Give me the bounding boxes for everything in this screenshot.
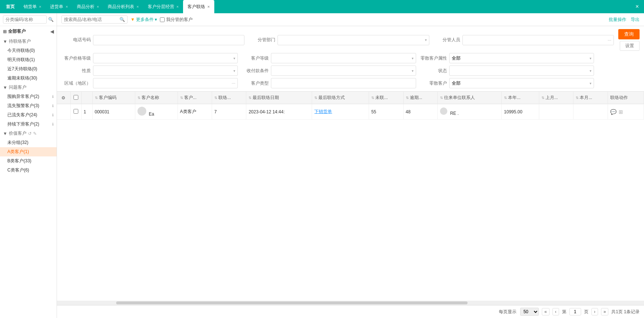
cell-this-year: 10995.00 (502, 104, 539, 120)
col-this-month[interactable]: 本月... (573, 92, 608, 104)
edit-icon[interactable]: ✎ (33, 131, 37, 136)
prev-page-button[interactable]: ‹ (552, 308, 559, 315)
nav-tab-sales[interactable]: 销货单 × (19, 0, 46, 13)
more-filter-button[interactable]: ▼ 更多条件 ▾ (130, 17, 157, 23)
refresh-icon[interactable]: ↺ (28, 131, 32, 136)
sidebar-item-class-a[interactable]: A类客户(1) (0, 147, 57, 156)
my-customers-checkbox[interactable] (160, 17, 165, 22)
filter-price-level-select[interactable]: ▾ (93, 53, 238, 63)
close-icon[interactable]: × (176, 4, 179, 9)
search-icon[interactable]: 🔍 (119, 17, 125, 22)
filter-status: 状态 ▾ (418, 66, 594, 76)
col-last-method[interactable]: 最后联络方式 (312, 92, 369, 104)
export-button[interactable]: 导出 (631, 17, 640, 23)
filter-customer-type-input[interactable] (271, 78, 416, 88)
sidebar-item-churned[interactable]: 已流失客户(24) ℹ (0, 110, 57, 120)
search-icon[interactable]: 🔍 (48, 17, 54, 22)
sidebar-item-ungrouped[interactable]: 未分组(32) (0, 138, 57, 147)
col-last-date[interactable]: 最后联络日期 (246, 92, 312, 104)
comment-icon[interactable]: 💬 (610, 109, 616, 115)
sidebar-item-class-b[interactable]: B类客户(33) (0, 156, 57, 166)
page-label: 第 (562, 309, 566, 315)
cell-overdue: 48 (403, 104, 437, 120)
row-checkbox[interactable] (74, 109, 78, 114)
sidebar-all-customers-header[interactable]: ⊞ 全部客户 ◀ (0, 26, 57, 37)
filter-retail-attr-select[interactable]: 全部 ▾ (449, 53, 594, 63)
batch-op-button[interactable]: 批量操作 (609, 17, 626, 23)
grid-icon: ⊞ (3, 29, 7, 34)
horizontal-scrollbar[interactable] (57, 301, 644, 305)
col-seq (81, 92, 92, 104)
close-icon[interactable]: × (65, 4, 68, 9)
filter-region-input[interactable]: ··· (93, 78, 238, 88)
sidebar-item-churn-warning[interactable]: 流失预警客户(3) ℹ (0, 101, 57, 110)
filter-customer-type-label: 客户类型 (239, 80, 269, 86)
filter-phone-input[interactable] (93, 35, 244, 45)
sidebar-section-value[interactable]: ▼ 价值客户 ↺ ✎ (0, 129, 57, 138)
nav-tab-customer-contact[interactable]: 客户联络 × (183, 0, 214, 13)
filter-customer-level-select[interactable]: ▾ (271, 53, 416, 63)
sidebar-item-class-c[interactable]: C类客户(6) (0, 166, 57, 175)
cell-last-method[interactable]: 下销货单 (312, 104, 369, 120)
filter-dept-select[interactable]: ▾ (278, 35, 429, 45)
info-icon: ℹ (52, 95, 54, 99)
filter-status-select[interactable]: ▾ (449, 66, 594, 76)
search-input[interactable] (64, 17, 119, 22)
col-type[interactable]: 客户... (178, 92, 212, 104)
nav-tab-purchase[interactable]: 进货单 × (46, 0, 72, 13)
collapse-icon[interactable]: ◀ (50, 29, 54, 34)
chevron-down-icon: ▾ (425, 38, 427, 42)
pagination-bar: 每页显示 50 100 200 « ‹ 第 页 › » 共1页 1条记录 (57, 305, 644, 318)
sidebar-item-hoard-anomaly[interactable]: 囤购异常客户(2) ℹ (0, 92, 57, 101)
setting-button[interactable]: 设置 (620, 41, 640, 51)
qr-icon[interactable]: ⊞ (619, 109, 623, 115)
last-method-link[interactable]: 下销货单 (314, 109, 332, 114)
last-page-button[interactable]: » (601, 308, 609, 315)
col-no-contact[interactable]: 未联... (369, 92, 403, 104)
col-unit-contact[interactable]: 往来单位联系人 (438, 92, 502, 104)
first-page-button[interactable]: « (542, 308, 550, 315)
sidebar-section-problem[interactable]: ▼ 问题客户 (0, 83, 57, 92)
close-icon[interactable]: × (207, 4, 210, 9)
sidebar-search-input[interactable] (3, 15, 47, 24)
col-overdue[interactable]: 逾期... (403, 92, 437, 104)
nav-tab-product-analysis[interactable]: 商品分析 × (72, 0, 103, 13)
filter-payment-select[interactable]: ▾ (271, 66, 416, 76)
query-button[interactable]: 查询 (618, 29, 640, 39)
filter-nature-select[interactable]: ▾ (93, 66, 238, 76)
cell-last-date: 2023-04-12 14:44: (246, 104, 312, 120)
sidebar-item-7days[interactable]: 近7天待联络(0) (0, 64, 57, 74)
col-this-year[interactable]: 本年... (502, 92, 539, 104)
nav-tab-customer-segment[interactable]: 客户分层经营 × (143, 0, 183, 13)
next-page-button[interactable]: › (591, 308, 598, 315)
chevron-down-icon: ▾ (590, 56, 591, 60)
page-size-select[interactable]: 50 100 200 (520, 308, 539, 316)
filter-customer-type: 客户类型 (239, 78, 416, 88)
close-icon[interactable]: × (97, 4, 99, 9)
info-icon: ℹ (52, 104, 54, 108)
filter-manager-input[interactable]: ··· (462, 35, 614, 45)
nav-tab-home[interactable]: 首页 (1, 0, 19, 13)
select-all-checkbox[interactable] (74, 95, 78, 100)
my-customers-checkbox-label[interactable]: 我分管的客户 (160, 17, 193, 23)
col-gear[interactable]: ⚙ (57, 92, 70, 104)
avatar (137, 107, 146, 116)
sidebar-item-tomorrow[interactable]: 明天待联络(1) (0, 55, 57, 64)
sidebar-item-overdue-contact[interactable]: 逾期未联络(30) (0, 74, 57, 83)
sidebar-item-today[interactable]: 今天待联络(0) (0, 46, 57, 55)
scrollbar-thumb[interactable] (116, 301, 468, 304)
close-icon[interactable]: × (39, 4, 41, 9)
filter-retail-customer-select[interactable]: 全部 ▾ (449, 78, 594, 88)
col-name[interactable]: 客户名称 (135, 92, 178, 104)
sidebar-section-pending[interactable]: ▼ 待联络客户 (0, 37, 57, 46)
query-buttons: 查询 设置 (618, 29, 640, 51)
close-icon[interactable]: × (136, 4, 139, 9)
sidebar-item-declining[interactable]: 持续下滑客户(2) ℹ (0, 120, 57, 129)
window-close-button[interactable]: × (632, 3, 643, 10)
nav-tab-product-analysis-list[interactable]: 商品分析列表 × (103, 0, 143, 13)
page-number-input[interactable] (569, 308, 581, 315)
chevron-down-icon: ▾ (412, 56, 414, 60)
col-last-month[interactable]: 上月... (539, 92, 573, 104)
col-contact[interactable]: 联络... (212, 92, 246, 104)
col-code[interactable]: 客户编码 (92, 92, 135, 104)
